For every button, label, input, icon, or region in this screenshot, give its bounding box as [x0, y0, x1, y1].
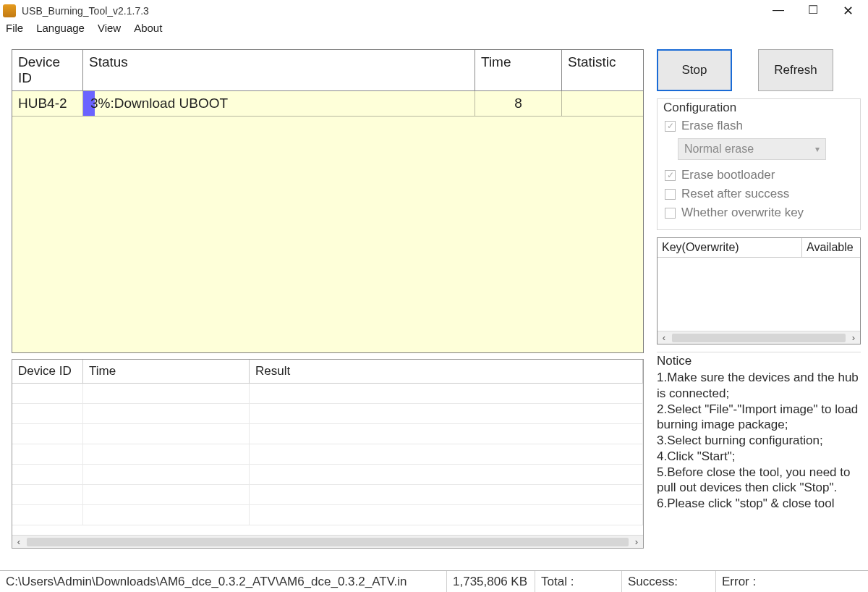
- status-path: C:\Users\Admin\Downloads\AM6_dce_0.3.2_A…: [0, 571, 447, 592]
- menu-language[interactable]: Language: [36, 22, 85, 34]
- erase-mode-select[interactable]: Normal erase ▾: [678, 138, 826, 160]
- erase-flash-checkbox[interactable]: [665, 121, 676, 132]
- menu-file[interactable]: File: [6, 22, 23, 34]
- col-device-id-2[interactable]: Device ID: [12, 360, 83, 384]
- cell-status: 3%:Download UBOOT: [83, 91, 475, 116]
- stop-button[interactable]: Stop: [657, 49, 732, 91]
- chevron-right-icon[interactable]: ›: [630, 536, 643, 547]
- notice-title: Notice: [657, 354, 861, 368]
- maximize-button[interactable]: ☐: [804, 4, 822, 17]
- scroll-thumb[interactable]: [672, 334, 846, 342]
- reset-after-checkbox[interactable]: [665, 189, 676, 200]
- menu-view[interactable]: View: [98, 22, 121, 34]
- col-status[interactable]: Status: [83, 50, 475, 91]
- erase-bootloader-checkbox[interactable]: [665, 170, 676, 181]
- chevron-down-icon: ▾: [815, 144, 820, 154]
- chevron-left-icon[interactable]: ‹: [658, 332, 671, 343]
- status-bar: C:\Users\Admin\Downloads\AM6_dce_0.3.2_A…: [0, 570, 868, 592]
- reset-after-label: Reset after success: [681, 187, 789, 201]
- app-icon: [3, 4, 16, 17]
- window-title: USB_Burning_Tool_v2.1.7.3: [22, 5, 149, 17]
- erase-flash-label: Erase flash: [681, 119, 743, 133]
- col-time-2[interactable]: Time: [83, 360, 250, 384]
- cell-time: 8: [475, 91, 562, 116]
- result-table: Device ID Time Result ‹ ›: [12, 359, 644, 549]
- col-result[interactable]: Result: [250, 360, 643, 384]
- status-error: Error :: [716, 571, 868, 592]
- status-success: Success:: [622, 571, 716, 592]
- refresh-button[interactable]: Refresh: [758, 49, 833, 91]
- title-bar: USB_Burning_Tool_v2.1.7.3 — ☐ ✕: [0, 0, 868, 22]
- result-scrollbar[interactable]: ‹ ›: [12, 535, 643, 548]
- notice-text: 1.Make sure the devices and the hub is c…: [657, 370, 861, 512]
- overwrite-key-checkbox[interactable]: [665, 208, 676, 219]
- key-table: Key(Overwrite) Available ‹ ›: [657, 237, 861, 344]
- status-text: 3%:Download UBOOT: [89, 96, 228, 111]
- status-total: Total :: [535, 571, 622, 592]
- chevron-right-icon[interactable]: ›: [847, 332, 860, 343]
- col-available[interactable]: Available: [802, 238, 860, 258]
- notice-panel: Notice 1.Make sure the devices and the h…: [657, 352, 861, 512]
- status-size: 1,735,806 KB: [447, 571, 535, 592]
- cell-stat: [562, 91, 643, 116]
- configuration-panel: Configuration Erase flash Normal erase ▾…: [657, 98, 861, 230]
- col-key[interactable]: Key(Overwrite): [658, 238, 802, 258]
- erase-mode-value: Normal erase: [684, 143, 754, 156]
- key-scrollbar[interactable]: ‹ ›: [658, 331, 860, 344]
- config-title: Configuration: [663, 101, 854, 115]
- cell-device-id: HUB4-2: [12, 91, 83, 116]
- chevron-left-icon[interactable]: ‹: [12, 536, 25, 547]
- col-statistic[interactable]: Statistic: [562, 50, 643, 91]
- col-device-id[interactable]: Device ID: [12, 50, 83, 91]
- close-button[interactable]: ✕: [839, 4, 856, 17]
- erase-bootloader-label: Erase bootloader: [681, 168, 775, 182]
- minimize-button[interactable]: —: [770, 4, 787, 17]
- menu-about[interactable]: About: [134, 22, 162, 34]
- progress-table: Device ID Status Time Statistic HUB4-2 3…: [12, 49, 644, 353]
- col-time[interactable]: Time: [475, 50, 562, 91]
- overwrite-key-label: Whether overwrite key: [681, 206, 804, 220]
- scroll-thumb[interactable]: [27, 538, 629, 546]
- menu-bar: File Language View About: [0, 22, 868, 39]
- table-row[interactable]: HUB4-2 3%:Download UBOOT 8: [12, 91, 643, 117]
